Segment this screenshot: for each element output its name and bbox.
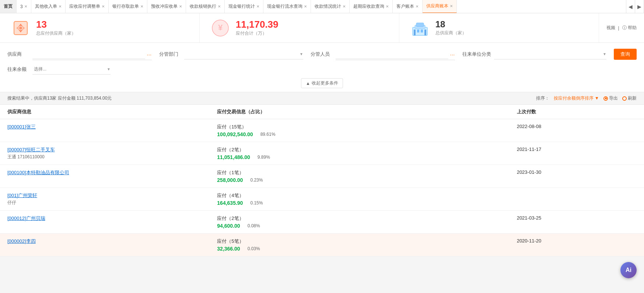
close-customer-account[interactable]: ✕ (416, 4, 419, 8)
col-header-supplier: 供应商信息 (7, 108, 217, 115)
nav-tab-cash-bank-stats[interactable]: 现金银行统计 ✕ (225, 0, 263, 13)
trans-row-2: 11,051,486.00 9.89% (217, 154, 517, 160)
export-radio-inner (605, 97, 607, 99)
nav-tab-collect-verify[interactable]: 收款核销执行 ✕ (186, 0, 225, 13)
manager-label: 分管人员 (311, 51, 333, 58)
close-supplier-account[interactable]: ✕ (450, 4, 453, 8)
nav-arrow-right[interactable]: ▶ (635, 0, 644, 13)
unit-class-dropdown-wrapper: ▼ (494, 49, 607, 59)
nav-tab-prepay[interactable]: 预收冲应收单 ✕ (147, 0, 186, 13)
supplier-name-4[interactable]: [001]广州荣轩 (7, 193, 37, 198)
search-area: 供应商 ... 分管部门 ▼ 分管人员 ... 往来单位分类 (0, 43, 644, 92)
supplier-name-2[interactable]: [000007]恒旺二手叉车 (7, 147, 55, 152)
nav-tab-adjustment[interactable]: 应收应付调整单 ✕ (66, 0, 109, 13)
adjustment-label: 应收应付调整单 (69, 3, 100, 10)
svg-rect-7 (417, 30, 419, 32)
lastpay-5: 2021-03-25 (517, 215, 637, 221)
close-other-income[interactable]: ✕ (59, 4, 62, 8)
unit-class-dropdown-arrow[interactable]: ▼ (603, 52, 606, 56)
top-navigation: 首页 3 ✕ 其他收入单 ✕ 应收应付调整单 ✕ 银行存取款单 ✕ 预收冲应收单… (0, 0, 644, 13)
close-prepay[interactable]: ✕ (179, 4, 182, 8)
nav-tab-3[interactable]: 3 ✕ (17, 0, 31, 13)
svg-rect-8 (421, 30, 423, 32)
trans-row-3: 258,000.00 0.23% (217, 177, 517, 183)
nav-tab-overdue[interactable]: 超期应收款查询 ✕ (350, 0, 393, 13)
close-adjustment[interactable]: ✕ (102, 4, 105, 8)
nav-arrow-left[interactable]: ◀ (626, 0, 635, 13)
trans-amount-5[interactable]: 94,600.00 (217, 223, 240, 229)
balance-input[interactable] (32, 64, 107, 74)
supplier-name-1[interactable]: [000001]张三 (7, 124, 36, 130)
nav-scroll-arrows: ◀ ▶ (626, 0, 644, 13)
export-action[interactable]: 导出 (603, 95, 618, 101)
close-cash-flow[interactable]: ✕ (304, 4, 307, 8)
nav-tab-other-income[interactable]: 其他收入单 ✕ (31, 0, 66, 13)
table-row: [000007]恒旺二手叉车 王通 17106110000 应付（2笔） 11,… (0, 142, 644, 165)
department-dropdown-arrow[interactable]: ▼ (300, 52, 303, 56)
supplier-name-3[interactable]: [000100]本特勒油品有限公司 (7, 170, 69, 175)
supplier-link-1[interactable]: [000001]张三 (7, 124, 217, 130)
sort-label: 排序： (536, 95, 549, 101)
trans-amount-2[interactable]: 11,051,486.00 (217, 154, 250, 160)
nav-tab-collection-stats[interactable]: 收款情况统计 ✕ (311, 0, 350, 13)
results-summary: 搜索结果中，供应商13家 应付金额 111,703,854.00元 (7, 95, 112, 101)
cash-flow-label: 现金银行流水查询 (267, 3, 302, 10)
search-row-2: 往来余额 ▼ (7, 64, 637, 75)
department-input[interactable] (184, 49, 300, 59)
supplier-input-wrapper: ... (32, 48, 152, 60)
trans-amount-3[interactable]: 258,000.00 (217, 177, 243, 183)
prepay-label: 预收冲应收单 (151, 3, 178, 10)
search-button[interactable]: 查询 (614, 49, 637, 60)
trans-label-4: 应付（4笔） (217, 192, 517, 199)
close-collect-verify[interactable]: ✕ (218, 4, 221, 8)
trans-row-5: 94,600.00 0.08% (217, 223, 517, 229)
balance-dropdown-arrow[interactable]: ▼ (107, 67, 111, 71)
unit-class-label: 往来单位分类 (462, 51, 491, 58)
close-cash-bank-stats[interactable]: ✕ (256, 4, 259, 8)
collapse-button[interactable]: ▲ 收起更多条件 (301, 78, 343, 88)
trans-amount-4[interactable]: 164,635.90 (217, 200, 243, 206)
lastpay-date-5: 2021-03-25 (517, 215, 542, 221)
stat3-label: 总供应商（家） (435, 30, 466, 36)
collapse-wrapper: ▲ 收起更多条件 (7, 78, 637, 88)
manager-field: 分管人员 ... (311, 48, 455, 60)
department-label: 分管部门 (159, 51, 181, 58)
close-bank-deposit[interactable]: ✕ (140, 4, 143, 8)
transaction-detail-6: 应付（5笔） 32,366.00 0.03% (217, 238, 517, 252)
supplier-dots[interactable]: ... (147, 50, 151, 57)
overdue-label: 超期应收款查询 (353, 3, 384, 10)
top-right-links: 视频 | ⓘ 帮助 (599, 13, 644, 42)
results-right: 排序： 按应付余额倒序排序 ▼ 导出 刷新 (536, 95, 637, 101)
supplier-input[interactable] (32, 48, 145, 59)
supplier-name-6[interactable]: [000002]李四 (7, 238, 36, 244)
close-collection-stats[interactable]: ✕ (343, 4, 346, 8)
unit-class-input[interactable] (494, 49, 603, 59)
nav-tab-cash-flow[interactable]: 现金银行流水查询 ✕ (263, 0, 311, 13)
refresh-action[interactable]: 刷新 (622, 95, 637, 101)
supplier-info-5: [000012]广州贝瑞 (7, 215, 217, 222)
manager-dots[interactable]: ... (450, 50, 455, 57)
trans-amount-6[interactable]: 32,366.00 (217, 246, 240, 252)
trans-percent-4: 0.15% (250, 200, 263, 206)
sort-link[interactable]: 按应付余额倒序排序 ▼ (554, 95, 599, 101)
close-overdue[interactable]: ✕ (386, 4, 389, 8)
nav-tab-customer-account[interactable]: 客户账本 ✕ (393, 0, 423, 13)
supplier-info-6: [000002]李四 (7, 238, 217, 245)
close-tab-3[interactable]: ✕ (24, 4, 27, 8)
manager-input[interactable] (336, 48, 448, 59)
stat2-content: 11,170.39 应付合计（万） (236, 19, 279, 37)
department-field: 分管部门 ▼ (159, 49, 304, 59)
nav-tab-home[interactable]: 首页 (0, 0, 17, 13)
trans-amount-1[interactable]: 100,092,540.00 (217, 131, 253, 137)
transaction-info-3: 应付（1笔） 258,000.00 0.23% (217, 169, 517, 183)
home-label: 首页 (4, 3, 13, 10)
lastpay-date-6: 2020-11-20 (517, 238, 542, 244)
nav-tab-supplier-account[interactable]: 供应商账本 ✕ (423, 0, 457, 13)
trans-label-1: 应付（15笔） (217, 124, 517, 130)
stat1-number: 13 (36, 19, 76, 30)
help-link[interactable]: ⓘ 帮助 (622, 25, 637, 31)
nav-tab-bank-deposit[interactable]: 银行存取款单 ✕ (109, 0, 147, 13)
video-link[interactable]: 视频 (606, 25, 615, 31)
transaction-detail-3: 应付（1笔） 258,000.00 0.23% (217, 169, 517, 183)
supplier-name-5[interactable]: [000012]广州贝瑞 (7, 216, 45, 221)
